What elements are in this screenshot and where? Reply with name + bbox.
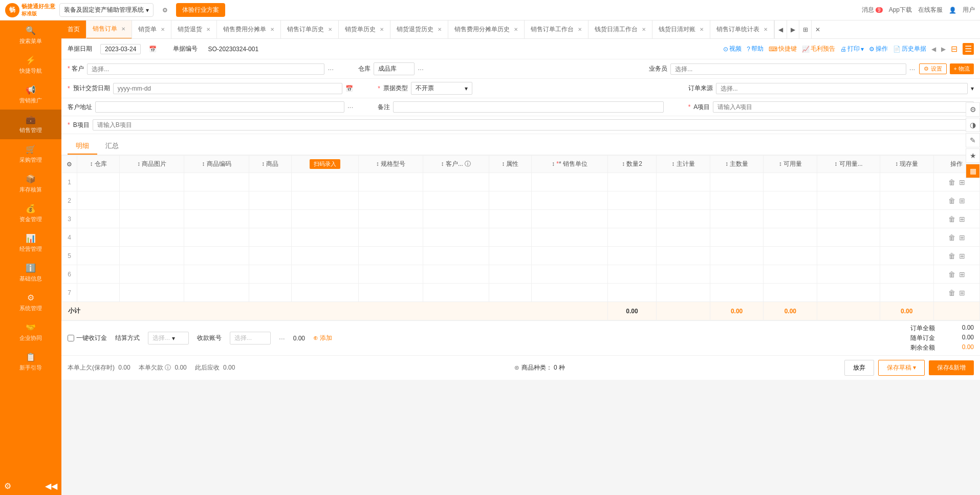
tab-expand-btn[interactable]: ⊞ — [799, 20, 811, 39]
row-qty2-1[interactable] — [607, 173, 656, 191]
tab-order-history[interactable]: 销售订单历史 ✕ — [281, 20, 339, 39]
settings-button[interactable]: ⚙ — [158, 3, 172, 17]
float-btn-3[interactable]: ✎ — [966, 133, 980, 147]
account-more-btn[interactable]: ··· — [279, 334, 285, 342]
delete-row-5-btn[interactable]: 🗑 — [947, 251, 956, 261]
row-available-1[interactable] — [764, 173, 817, 191]
history-btn[interactable]: 📄 历史单据 — [893, 45, 926, 53]
delete-row-7-btn[interactable]: 🗑 — [947, 288, 956, 298]
row-attribute-1[interactable] — [489, 173, 531, 191]
account-select[interactable]: 选择... — [230, 332, 271, 345]
copy-row-5-btn[interactable]: ⊞ — [958, 251, 966, 261]
save-new-btn[interactable]: 保存&新增 — [929, 360, 974, 375]
row-available2-1[interactable] — [817, 173, 880, 191]
row-product-2[interactable] — [249, 191, 291, 210]
delete-row-4-btn[interactable]: 🗑 — [947, 232, 956, 243]
sidebar-collapse-icon[interactable]: ◀◀ — [45, 481, 57, 491]
add-payment-btn[interactable]: ⊕ 添加 — [313, 334, 332, 342]
notes-input[interactable] — [393, 101, 663, 113]
sidebar-item-finance[interactable]: 💰 资金管理 — [0, 199, 61, 228]
copy-row-1-btn[interactable]: ⊞ — [958, 177, 966, 187]
warehouse-value[interactable]: 成品库 — [374, 62, 415, 75]
sidebar-item-quicknav[interactable]: ⚡ 快捷导航 — [0, 50, 61, 80]
row-warehouse-2[interactable] — [77, 191, 120, 210]
col-settings[interactable]: ⚙ — [62, 156, 77, 173]
row-image-2[interactable] — [120, 191, 184, 210]
delivery-date-input[interactable] — [113, 83, 343, 94]
sidebar-item-purchase[interactable]: 🛒 采购管理 — [0, 139, 61, 169]
tab-close-icon[interactable]: ✕ — [328, 27, 332, 32]
tab-fee-split-history[interactable]: 销售费用分摊单历史 ✕ — [448, 20, 525, 39]
sidebar-item-guide[interactable]: 📋 新手引导 — [0, 347, 61, 377]
delete-row-6-btn[interactable]: 🗑 — [947, 269, 956, 279]
delete-row-2-btn[interactable]: 🗑 — [947, 196, 956, 206]
operation-btn[interactable]: ⚙ 操作 — [869, 45, 888, 53]
tab-order-workbench[interactable]: 销售订单工作台 ✕ — [525, 20, 589, 39]
tab-close-icon[interactable]: ✕ — [380, 27, 384, 32]
float-btn-5[interactable]: ▦ — [966, 164, 980, 178]
sidebar-item-search[interactable]: 🔍 搜索菜单 — [0, 20, 61, 50]
order-source-input[interactable] — [716, 83, 968, 94]
user-name-btn[interactable]: 用户 — [963, 6, 975, 14]
row-scan-1[interactable] — [291, 173, 358, 191]
sidebar-item-basics[interactable]: ℹ️ 基础信息 — [0, 258, 61, 288]
tab-close-icon[interactable]: ✕ — [700, 27, 704, 32]
warehouse-more-btn[interactable]: ··· — [418, 65, 424, 73]
salesperson-more-btn[interactable]: ··· — [909, 65, 916, 73]
copy-row-2-btn[interactable]: ⊞ — [958, 196, 966, 206]
profit-btn[interactable]: 📈 毛利预告 — [802, 45, 835, 53]
tab-close-icon[interactable]: ✕ — [642, 27, 646, 32]
nav-next-icon[interactable]: ▶ — [941, 46, 946, 53]
row-code-1[interactable] — [184, 173, 249, 191]
date-value[interactable]: 2023-03-24 — [100, 44, 141, 54]
tab-fee-split[interactable]: 销售费用分摊单 ✕ — [217, 20, 281, 39]
row-image-1[interactable] — [120, 173, 184, 191]
col-scan[interactable]: 扫码录入 — [291, 156, 358, 173]
tab-daily-reconcile[interactable]: 钱货日清对账 ✕ — [652, 20, 710, 39]
sidebar-item-operations[interactable]: 📊 经营管理 — [0, 228, 61, 258]
nav-prev-icon[interactable]: ◀ — [931, 46, 936, 53]
sidebar-item-inventory[interactable]: 📦 库存核算 — [0, 169, 61, 199]
address-input[interactable] — [95, 101, 344, 113]
add-logistics-btn[interactable]: + 物流 — [950, 63, 974, 74]
row-main-unit-1[interactable] — [657, 173, 710, 191]
float-btn-1[interactable]: ⚙ — [966, 102, 980, 117]
sidebar-item-system[interactable]: ⚙ 系统管理 — [0, 288, 61, 317]
delete-row-1-btn[interactable]: 🗑 — [947, 177, 956, 187]
tab-close-icon[interactable]: ✕ — [121, 26, 125, 32]
tab-returns-history[interactable]: 销货退货历史 ✕ — [390, 20, 448, 39]
tab-close-icon[interactable]: ✕ — [270, 27, 274, 32]
address-more-btn[interactable]: ··· — [347, 103, 354, 111]
customer-more-btn[interactable]: ··· — [328, 65, 334, 73]
one-click-checkbox[interactable]: 一键收订金 — [68, 334, 107, 342]
list-view-icon[interactable]: ☰ — [963, 43, 974, 55]
float-btn-2[interactable]: ◑ — [966, 118, 980, 132]
tab-sales-goods[interactable]: 销货单 ✕ — [132, 20, 171, 39]
tab-sales-order[interactable]: 销售订单 ✕ — [86, 20, 132, 39]
copy-row-3-btn[interactable]: ⊞ — [958, 214, 966, 224]
row-customer-code-1[interactable] — [423, 173, 489, 191]
salesperson-input[interactable] — [670, 63, 906, 75]
sidebar-settings-icon[interactable]: ⚙ — [4, 481, 11, 491]
tab-order-stats[interactable]: 销售订单统计表 ✕ — [710, 20, 774, 39]
shortcut-btn[interactable]: ⌨ 快捷键 — [769, 45, 797, 53]
view-video-btn[interactable]: ⊙ 视频 — [723, 45, 742, 53]
tab-close-icon[interactable]: ✕ — [764, 27, 768, 32]
system-selector[interactable]: 装备及固定资产辅助管理系统 ▾ — [59, 3, 154, 17]
tab-detail[interactable]: 明细 — [68, 138, 97, 155]
sidebar-item-sales[interactable]: 💼 销售管理 — [0, 110, 61, 139]
app-download-btn[interactable]: App下载 — [889, 6, 912, 14]
tab-returns[interactable]: 销货退货 ✕ — [171, 20, 217, 39]
calendar-icon[interactable]: 📅 — [149, 46, 157, 53]
tab-prev-btn[interactable]: ◀ — [774, 20, 787, 39]
help-btn[interactable]: ? 帮助 — [747, 45, 764, 53]
customer-input[interactable] — [87, 63, 324, 75]
copy-row-4-btn[interactable]: ⊞ — [958, 232, 966, 243]
save-draft-btn[interactable]: 保存草稿 ▾ — [878, 360, 925, 376]
one-click-checkbox-input[interactable] — [68, 335, 74, 341]
online-service-btn[interactable]: 在线客服 — [918, 6, 943, 14]
print-btn[interactable]: 🖨 打印 ▾ — [840, 45, 864, 53]
delivery-calendar-icon[interactable]: 📅 — [345, 85, 353, 92]
tab-goods-history[interactable]: 销货单历史 ✕ — [339, 20, 390, 39]
notification-btn[interactable]: 消息 9 — [862, 6, 883, 14]
